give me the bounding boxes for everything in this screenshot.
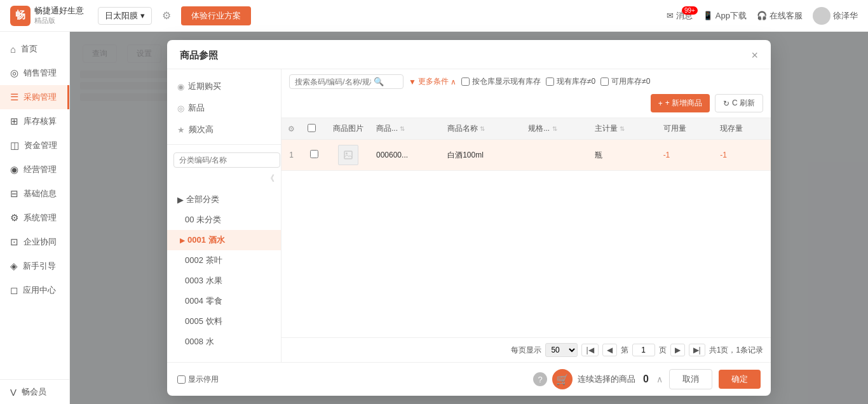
sort-code-icon[interactable]: ⇅ (400, 125, 405, 132)
category-tree: ▶ 全部分类 00 未分类 ▶ 0001 酒水 0002 茶 (167, 187, 281, 356)
collapse-cart-icon[interactable]: ∧ (656, 374, 663, 384)
sidebar-item-vip[interactable]: V 畅会员 (0, 379, 69, 404)
more-filter-button[interactable]: ▼ 更多条件 ∧ (409, 76, 456, 87)
th-spec[interactable]: 规格... ⇅ (522, 118, 588, 140)
show-disabled-checkbox-label[interactable]: 显示停用 (177, 374, 219, 385)
sidebar-item-inventory[interactable]: ⊞ 库存核算 (0, 109, 69, 133)
cat-label-fruit: 0003 水果 (185, 275, 222, 286)
prev-page-button[interactable]: ◀ (602, 344, 617, 356)
toolbar-right: + + 新增商品 ↻ C 刷新 (651, 94, 763, 112)
sidebar-item-label: 首页 (21, 43, 37, 55)
th-code-label: 商品... (376, 124, 398, 133)
sidebar-item-operations[interactable]: ◉ 经营管理 (0, 158, 69, 182)
cat-item-all[interactable]: ▶ 全部分类 (167, 189, 281, 210)
next-page-button[interactable]: ▶ (670, 344, 685, 356)
sidebar-item-finance[interactable]: ◫ 资金管理 (0, 133, 69, 158)
th-unit[interactable]: 主计量 ⇅ (588, 118, 657, 140)
sidebar-item-apps[interactable]: ◻ 应用中心 (0, 278, 69, 302)
product-search-icon[interactable]: 🔍 (374, 77, 384, 86)
cart-icon[interactable]: 🛒 (552, 369, 573, 389)
product-reference-dialog: 商品参照 × ◉ 近期购买 ◎ 新品 (167, 40, 771, 396)
checkbox-available-nonzero[interactable]: 可用库存≠0 (600, 76, 650, 87)
messages-badge: 99 (682, 6, 698, 15)
app-download-nav[interactable]: 📱 App下载 (703, 10, 747, 22)
stock-nonzero-checkbox[interactable] (546, 77, 554, 86)
left-nav-recent[interactable]: ◉ 近期购买 (167, 76, 281, 97)
cat-item-fruit[interactable]: 0003 水果 (167, 271, 281, 291)
sidebar-item-label: 库存核算 (24, 116, 57, 127)
user-name: 徐泽华 (833, 10, 858, 22)
plus-icon: + (658, 99, 663, 108)
purchase-icon: ☰ (10, 91, 18, 103)
cart-area: ? 🛒 连续选择的商品 0 ∧ (533, 369, 663, 389)
refresh-icon: ↻ (723, 99, 729, 108)
sidebar-item-basics[interactable]: ⊟ 基础信息 (0, 182, 69, 206)
sort-name-icon[interactable]: ⇅ (480, 125, 485, 132)
dialog-close-button[interactable]: × (751, 49, 758, 62)
gear-icon[interactable]: ⚙ (159, 7, 173, 24)
checkbox-stock-nonzero[interactable]: 现有库存≠0 (546, 76, 595, 87)
collab-icon: ⊡ (10, 236, 18, 248)
table-settings-icon[interactable]: ⚙ (288, 125, 295, 133)
row-checkbox[interactable] (310, 150, 318, 158)
th-image: 商品图片 (327, 118, 370, 140)
user-nav[interactable]: 徐泽华 (813, 7, 858, 25)
cat-item-liquor[interactable]: ▶ 0001 酒水 (167, 230, 281, 250)
sidebar-item-label: 应用中心 (23, 285, 56, 296)
left-nav-new[interactable]: ◎ 新品 (167, 97, 281, 119)
available-nonzero-checkbox[interactable] (600, 77, 609, 86)
select-all-checkbox[interactable] (308, 124, 316, 132)
service-nav[interactable]: 🎧 在线客服 (757, 10, 803, 22)
th-name[interactable]: 商品名称 ⇅ (441, 118, 522, 140)
new-icon: ◎ (177, 104, 184, 113)
help-icon[interactable]: ? (533, 372, 547, 386)
last-page-button[interactable]: ▶| (689, 344, 705, 356)
product-search-bar: 🔍 (289, 74, 403, 89)
sidebar-item-guide[interactable]: ◈ 新手引导 (0, 254, 69, 278)
show-disabled-checkbox[interactable] (177, 375, 186, 384)
th-available[interactable]: 可用量 (657, 118, 714, 140)
collapse-left-button[interactable]: 《 (266, 173, 275, 184)
table-row[interactable]: 1 (281, 140, 771, 171)
row-spec (522, 140, 588, 171)
refresh-button[interactable]: ↻ C 刷新 (715, 94, 763, 112)
page-input[interactable] (632, 344, 655, 356)
product-search-input[interactable] (295, 77, 371, 86)
warehouse-checkbox[interactable] (461, 77, 470, 86)
store-selector[interactable]: 日太阳膜 ▾ (98, 7, 152, 25)
sidebar-item-home[interactable]: ⌂ 首页 (0, 37, 69, 61)
category-search-input[interactable] (173, 152, 280, 168)
cat-item-uncategorized[interactable]: 00 未分类 (167, 210, 281, 230)
cart-text: 连续选择的商品 (578, 374, 635, 385)
cat-item-snack[interactable]: 0004 零食 (167, 291, 281, 311)
sidebar-item-purchase[interactable]: ☰ 采购管理 (0, 85, 69, 109)
cat-item-beverage[interactable]: 0005 饮料 (167, 311, 281, 332)
cancel-button[interactable]: 取消 (669, 369, 712, 389)
first-page-button[interactable]: |◀ (581, 344, 598, 356)
sort-spec-icon[interactable]: ⇅ (552, 125, 557, 132)
checkbox-warehouse[interactable]: 按仓库显示现有库存 (461, 76, 541, 87)
sidebar-item-sales[interactable]: ◎ 销售管理 (0, 61, 69, 85)
cart-count: 0 (643, 374, 649, 385)
logo-icon: 畅 (10, 6, 31, 26)
avatar (813, 7, 831, 25)
sidebar-item-collab[interactable]: ⊡ 企业协同 (0, 230, 69, 254)
cta-button[interactable]: 体验行业方案 (181, 6, 251, 25)
sort-unit-icon[interactable]: ⇅ (620, 125, 625, 132)
cat-item-water[interactable]: 0008 水 (167, 332, 281, 352)
cat-item-appliance[interactable]: 0010 家电 (167, 352, 281, 356)
per-page-select[interactable]: 50 100 200 (545, 343, 578, 357)
confirm-button[interactable]: 确定 (719, 370, 761, 389)
add-product-button[interactable]: + + 新增商品 (651, 94, 710, 112)
left-nav-frequent[interactable]: ★ 频次高 (167, 119, 281, 140)
row-code: 000600... (370, 140, 441, 171)
cat-item-tea[interactable]: 0002 茶叶 (167, 250, 281, 271)
nav-right: ✉ 消息 99 📱 App下载 🎧 在线客服 徐泽华 (667, 7, 858, 25)
cat-label-water: 0008 水 (185, 336, 214, 347)
th-code[interactable]: 商品... ⇅ (370, 118, 441, 140)
cat-arrow-liquor: ▶ (180, 237, 185, 244)
messages-nav[interactable]: ✉ 消息 99 (667, 10, 693, 22)
th-settings: ⚙ (281, 118, 301, 140)
sidebar-item-system[interactable]: ⚙ 系统管理 (0, 206, 69, 230)
left-nav-new-label: 新品 (188, 102, 205, 114)
